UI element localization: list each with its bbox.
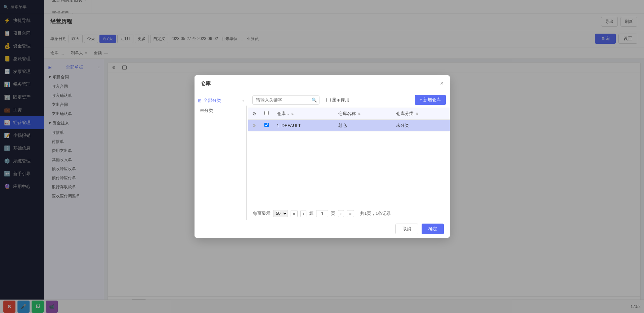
- add-warehouse-button[interactable]: + 新增仓库: [415, 95, 445, 105]
- modal-next-page[interactable]: ›: [338, 210, 344, 217]
- all-categories-label: 全部分类: [204, 97, 221, 104]
- modal-prev-page[interactable]: ‹: [300, 210, 306, 217]
- modal-per-page-label: 每页显示: [253, 210, 270, 217]
- modal-total-records: 共1页，1条记录: [360, 210, 391, 217]
- col-header-code[interactable]: 仓库... ⇅: [273, 108, 335, 120]
- table-select-all[interactable]: [264, 111, 269, 115]
- modal-body: ⊞ 全部分类 « 未分类 🔍 显示停用: [195, 92, 450, 220]
- modal-category-panel: ⊞ 全部分类 « 未分类: [195, 92, 248, 220]
- warehouse-modal: 仓库 × ⊞ 全部分类 « 未分类 🔍: [195, 75, 450, 238]
- modal-per-page-select[interactable]: 50: [273, 210, 288, 217]
- modal-close-button[interactable]: ×: [440, 80, 444, 87]
- modal-footer: 取消 确定: [195, 220, 450, 238]
- modal-page-input[interactable]: [316, 210, 328, 217]
- modal-left-header: ⊞ 全部分类 «: [195, 95, 248, 106]
- confirm-button[interactable]: 确定: [422, 224, 444, 234]
- cancel-button[interactable]: 取消: [395, 224, 418, 234]
- show-disabled-checkbox[interactable]: [326, 98, 331, 102]
- sort-name-icon: ⇅: [358, 112, 360, 116]
- modal-title: 仓库: [201, 80, 211, 87]
- modal-page-unit: 页: [331, 210, 335, 217]
- category-grid-icon: ⊞: [198, 98, 202, 103]
- table-row[interactable]: ⚙ 1 DEFAULT 总仓 未分类: [248, 120, 450, 131]
- modal-table-panel: 🔍 显示停用 + 新增仓库 ⚙: [248, 92, 450, 220]
- row-gear-0[interactable]: ⚙: [248, 120, 260, 131]
- col-header-category[interactable]: 仓库分类 ⇅: [392, 108, 450, 120]
- modal-toolbar: 🔍 显示停用 + 新增仓库: [248, 92, 450, 108]
- modal-first-page[interactable]: «: [291, 210, 298, 217]
- modal-header: 仓库 ×: [195, 75, 450, 92]
- modal-left-scrollbar: [246, 106, 247, 220]
- col-header-check: [260, 108, 273, 120]
- show-disabled-group: 显示停用: [326, 97, 349, 103]
- col-header-name[interactable]: 仓库名称 ⇅: [334, 108, 392, 120]
- row-code-0: 1 DEFAULT: [273, 120, 335, 131]
- sort-code-icon: ⇅: [291, 112, 294, 116]
- col-header-gear: ⚙: [248, 108, 260, 120]
- row-check-0[interactable]: [260, 120, 273, 131]
- modal-pagination: 每页显示 50 « ‹ 算 页 › » 共1页，1条记录: [248, 207, 450, 220]
- modal-page-label: 算: [309, 210, 313, 217]
- modal-table-body: ⚙ 1 DEFAULT 总仓 未分类: [248, 120, 450, 131]
- row-category-0: 未分类: [392, 120, 450, 131]
- row-name-0: 总仓: [334, 120, 392, 131]
- modal-search-input[interactable]: [252, 95, 319, 105]
- row-checkbox-0[interactable]: [264, 123, 269, 127]
- modal-cat-0[interactable]: 未分类: [195, 106, 248, 116]
- modal-search-icon: 🔍: [311, 97, 317, 103]
- show-disabled-label: 显示停用: [332, 97, 349, 103]
- modal-categories-list: 未分类: [195, 106, 248, 116]
- modal-last-page[interactable]: »: [347, 210, 354, 217]
- modal-data-table: ⚙ 仓库... ⇅ 仓库名称 ⇅: [248, 108, 450, 207]
- modal-left-collapse[interactable]: «: [242, 99, 244, 103]
- sort-category-icon: ⇅: [416, 112, 418, 116]
- modal-overlay[interactable]: 仓库 × ⊞ 全部分类 « 未分类 🔍: [0, 0, 644, 313]
